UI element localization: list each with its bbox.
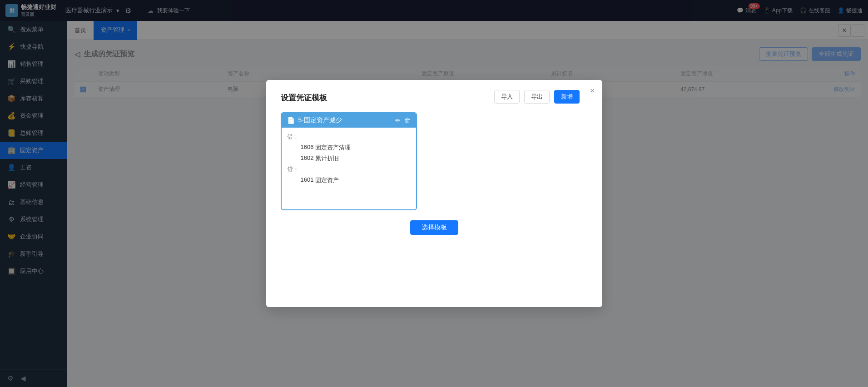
template-select-area: 选择模板 xyxy=(281,220,588,235)
content-area: 首页 资产管理 × × ⛶ ◁ 生成的凭证预览 xyxy=(67,21,868,387)
debit-label-2: 累计折旧 xyxy=(315,154,339,163)
new-button[interactable]: 新增 xyxy=(554,90,580,104)
template-header-left: 📄 5-固定资产减少 xyxy=(287,116,342,124)
template-credit-label: 贷： xyxy=(287,164,411,175)
template-debit-label: 借： xyxy=(287,131,411,142)
template-credit-line-1: 1601 固定资产 xyxy=(287,175,411,186)
debit-code-1: 1606 xyxy=(301,144,314,152)
template-card-name: 5-固定资产减少 xyxy=(298,116,342,124)
credit-label-1: 固定资产 xyxy=(315,176,339,184)
template-debit-line-2: 1602 累计折旧 xyxy=(287,153,411,164)
modal-dialog: 设置凭证模板 导入 导出 新增 × 📄 xyxy=(266,80,602,307)
modal-close-button[interactable]: × xyxy=(590,86,595,96)
template-card: 📄 5-固定资产减少 ✏ 🗑 借： xyxy=(281,112,417,210)
template-empty-line-2 xyxy=(287,196,411,206)
select-template-button[interactable]: 选择模板 xyxy=(410,220,458,235)
template-empty-line-1 xyxy=(287,186,411,196)
import-button[interactable]: 导入 xyxy=(494,90,520,104)
export-button[interactable]: 导出 xyxy=(524,90,550,104)
template-card-icons: ✏ 🗑 xyxy=(395,117,411,124)
template-card-body: 借： 1606 固定资产清理 1602 xyxy=(282,128,416,209)
template-debit-line-1: 1606 固定资产清理 xyxy=(287,142,411,153)
debit-code-2: 1602 xyxy=(301,154,314,163)
template-area: 📄 5-固定资产减少 ✏ 🗑 借： xyxy=(281,112,588,235)
template-delete-icon[interactable]: 🗑 xyxy=(404,117,411,124)
modal-overlay: 设置凭证模板 导入 导出 新增 × 📄 xyxy=(67,21,868,387)
debit-label-1: 固定资产清理 xyxy=(315,144,351,152)
app-wrapper: 财 畅捷通好业财 普及版 医疗器械行业演示 ▾ ⚙ ☁ 我要体验一下 💬 消息 … xyxy=(0,0,868,387)
template-card-header: 📄 5-固定资产减少 ✏ 🗑 xyxy=(282,113,416,128)
credit-code-1: 1601 xyxy=(301,176,314,184)
main-area: 🔍 搜索菜单 ⚡ 快捷导航 📊 销售管理 🛒 采购管理 📦 库存核算 xyxy=(0,21,868,387)
modal-header-actions: 导入 导出 新增 xyxy=(494,90,580,104)
template-edit-icon[interactable]: ✏ xyxy=(395,117,401,124)
template-doc-icon: 📄 xyxy=(287,117,295,124)
